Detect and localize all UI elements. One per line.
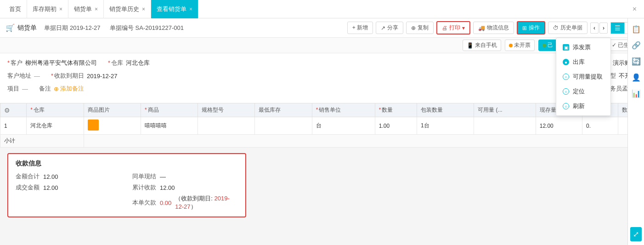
outbound-item[interactable]: ● 出库 <box>556 55 610 69</box>
available-qty-item[interactable]: ○ 可用量提取 <box>556 69 610 84</box>
logistics-icon: 🚚 <box>478 25 485 31</box>
refresh-label: 刷新 <box>573 102 585 110</box>
note-label: 备注 <box>39 85 51 93</box>
refresh-item[interactable]: ○ 刷新 <box>556 99 610 114</box>
outbound-icon: ● <box>563 59 569 65</box>
sidebar-icon-1[interactable]: 📋 <box>629 22 644 36</box>
form-row-2: 客户地址 — 收款到期日 2019-12-27 票据类型 不开票 <box>7 72 637 80</box>
customer-value: 柳州粤港平安气体有限公司 <box>25 59 97 67</box>
th-warehouse: 仓库 <box>27 103 84 117</box>
payment-section: 收款信息 金额合计 12.00 同单现结 — 成交金额 12.00 累计收款 1… <box>7 153 246 217</box>
add-invoice-item[interactable]: ▣ 添发票 <box>556 40 610 55</box>
customer-field: 客户 柳州粤港平安气体有限公司 <box>7 59 97 67</box>
prev-button[interactable]: ‹ <box>590 23 599 34</box>
tab-history[interactable]: 销货单历史 × <box>104 0 151 18</box>
tab-view-sales[interactable]: 查看销货单 × <box>151 0 198 18</box>
cumulative-value: 12.00 <box>160 184 175 191</box>
tab-home-label: 首页 <box>9 5 21 13</box>
order-meta: 单据编号 SA-20191227-001 <box>110 24 184 32</box>
tab-sales[interactable]: 销货单 × <box>68 0 104 18</box>
row-no: 1 <box>0 117 27 135</box>
th-settings: ⚙ <box>0 103 27 117</box>
history-button[interactable]: ⏱ 历史单据 <box>548 22 588 34</box>
row-spec <box>198 117 255 135</box>
toolbar-left: 🛒 销货单 单据日期 2019-12-27 单据编号 SA-20191227-0… <box>6 23 184 32</box>
sidebar-icon-3[interactable]: 🔄 <box>629 54 644 68</box>
row-img <box>84 117 141 135</box>
date-meta: 单据日期 2019-12-27 <box>44 24 101 32</box>
payment-date-label: 收款到期日 <box>51 72 84 80</box>
sidebar-icon-5[interactable]: 📊 <box>629 86 644 101</box>
project-label: 项目 <box>7 85 19 93</box>
subtotal-values <box>84 135 644 148</box>
sidebar-icon-4[interactable]: 👤 <box>629 70 644 85</box>
operation-label: 操作 <box>529 24 540 32</box>
subtotal-row: 小计 <box>0 135 644 148</box>
order-value: SA-20191227-001 <box>136 24 184 31</box>
total-amount-label: 金额合计 <box>16 172 40 181</box>
window-close-button[interactable]: × <box>633 5 637 13</box>
warehouse-label: 仓库 <box>108 59 123 67</box>
th-min-stock: 最低库存 <box>255 103 312 117</box>
share-button[interactable]: ↗ 分享 <box>376 22 403 34</box>
data-table: ⚙ 仓库 商品图片 商品 规格型号 最低库存 销售单位 数量 包装数量 可用量 … <box>0 103 644 148</box>
address-value: — <box>34 73 40 80</box>
total-amount-row: 金额合计 12.00 <box>16 172 121 181</box>
th-unit: 销售单位 <box>312 103 375 117</box>
plus-icon: ⊕ <box>54 85 59 92</box>
table-header-row: ⚙ 仓库 商品图片 商品 规格型号 最低库存 销售单位 数量 包装数量 可用量 … <box>0 103 644 117</box>
settings-icon[interactable]: ⚙ <box>4 107 10 114</box>
row-pack-qty: 1台 <box>417 117 474 135</box>
arrears-value: 0.00 <box>160 199 171 206</box>
print-label: 打印 <box>449 24 460 32</box>
date-value: 2019-12-27 <box>70 24 101 31</box>
list-view-button[interactable]: ☰ <box>610 22 625 34</box>
form-title: 销货单 <box>17 24 37 32</box>
tab-inventory-label: 库存期初 <box>33 5 56 13</box>
payment-grid: 金额合计 12.00 同单现结 — 成交金额 12.00 累计收款 12.00 <box>16 172 238 211</box>
customer-label: 客户 <box>7 59 23 67</box>
tab-sales-close[interactable]: × <box>95 6 98 12</box>
deal-amount-value: 12.00 <box>43 184 58 191</box>
cumulative-label: 累计收款 <box>132 183 156 192</box>
cumulative-receipt-row: 累计收款 12.00 <box>132 183 238 192</box>
copy-button[interactable]: ⊕ 复制 <box>406 22 434 34</box>
phone-icon: 📱 <box>467 42 474 49</box>
expand-icon[interactable]: ⤢ <box>630 227 642 241</box>
form-row-3: 项目 — 备注 ⊕ 添加备注 业务员孟 — <box>7 85 637 93</box>
sidebar-icon-2[interactable]: 🔗 <box>629 38 644 52</box>
payment-date-field: 收款到期日 2019-12-27 <box>51 72 118 80</box>
add-note-button[interactable]: ⊕ 添加备注 <box>54 85 84 93</box>
confirm-label1: 己 <box>548 41 553 49</box>
location-label: 定位 <box>573 87 585 96</box>
tab-view-sales-label: 查看销货单 <box>157 5 186 13</box>
tab-view-sales-close[interactable]: × <box>189 6 192 12</box>
location-item[interactable]: ○ 定位 <box>556 84 610 99</box>
from-phone-button[interactable]: 📱 来自手机 <box>463 40 501 51</box>
next-button[interactable]: › <box>599 23 608 34</box>
empty-row <box>16 194 121 211</box>
share-icon: ↗ <box>381 25 385 31</box>
row-current-stock: 12.00 <box>536 117 582 135</box>
same-order-value: — <box>160 173 166 180</box>
product-image <box>88 120 99 131</box>
copy-label: 复制 <box>418 24 429 32</box>
print-button[interactable]: 🖨 打印 ▾ <box>436 21 470 34</box>
tab-inventory-close[interactable]: × <box>59 6 62 12</box>
share-label: 分享 <box>387 24 398 32</box>
address-label: 客户地址 <box>7 72 31 80</box>
secondary-toolbar: 📱 来自手机 未开票 己 ✓ ✓ 已核销 ✓ ✓ 已生效 <box>0 38 644 53</box>
confirm-button1[interactable]: 己 <box>538 40 557 51</box>
not-opened-button[interactable]: 未开票 <box>505 40 535 51</box>
operation-button[interactable]: ⊞ 操作 <box>517 21 545 34</box>
logistics-label: 物流信息 <box>487 24 509 32</box>
tab-inventory[interactable]: 库存期初 × <box>27 0 68 18</box>
new-button[interactable]: + 新增 <box>347 22 373 34</box>
payment-title: 收款信息 <box>16 160 238 168</box>
tab-history-close[interactable]: × <box>142 6 145 12</box>
logistics-button[interactable]: 🚚 物流信息 <box>473 22 514 34</box>
project-value: — <box>22 85 28 92</box>
tab-home[interactable]: 首页 <box>4 0 27 18</box>
add-note-label: 添加备注 <box>60 85 84 93</box>
green-dot <box>542 44 546 47</box>
